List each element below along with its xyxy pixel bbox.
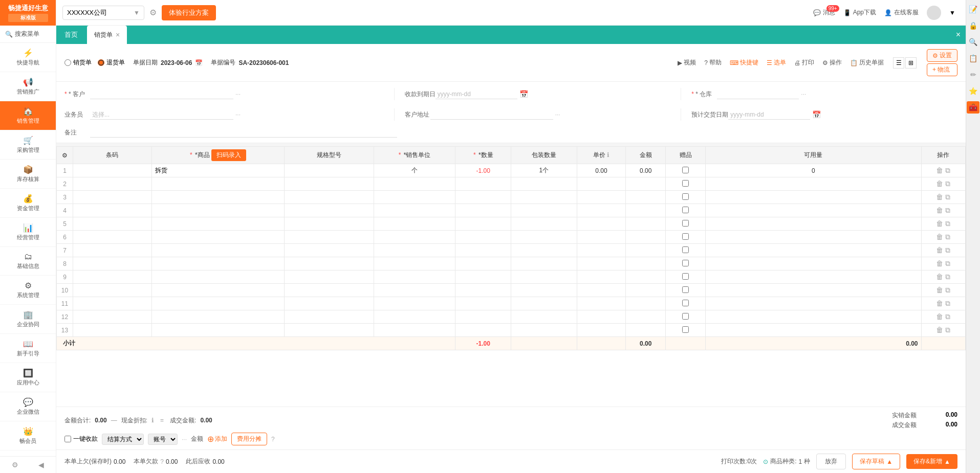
delete-row-icon[interactable]: 🗑 <box>936 299 943 308</box>
view-list-btn[interactable]: ☰ <box>893 57 904 69</box>
product-input[interactable] <box>155 274 196 281</box>
trial-button[interactable]: 体验行业方案 <box>162 5 216 20</box>
cell-price[interactable] <box>577 257 626 271</box>
cell-gift[interactable] <box>666 297 706 310</box>
cell-product[interactable] <box>151 284 284 297</box>
cell-unit[interactable] <box>374 271 455 284</box>
copy-row-icon[interactable]: ⧉ <box>945 233 950 241</box>
discount-info-icon[interactable]: ℹ <box>151 417 154 424</box>
gift-checkbox[interactable] <box>682 300 689 306</box>
tab-bar-close-icon[interactable]: × <box>956 30 961 39</box>
spec-input[interactable] <box>311 181 347 188</box>
shortcut-tool[interactable]: ⌨ 快捷键 <box>728 57 760 68</box>
spec-input[interactable] <box>311 194 347 201</box>
cell-amount[interactable]: 0.00 <box>626 164 666 177</box>
gift-checkbox[interactable] <box>682 260 689 266</box>
tab-sales-order[interactable]: 销货单 × <box>87 26 127 44</box>
cell-pack-qty[interactable] <box>511 324 577 337</box>
cell-pack-qty[interactable] <box>511 271 577 284</box>
cell-qty[interactable] <box>455 177 511 191</box>
cell-qty[interactable] <box>455 191 511 204</box>
cell-gift[interactable] <box>666 257 706 271</box>
delete-row-icon[interactable]: 🗑 <box>936 246 943 255</box>
cell-product[interactable] <box>151 244 284 257</box>
sidebar-item-quick-nav[interactable]: ⚡ 快捷导航 <box>0 43 56 72</box>
avatar[interactable] <box>927 6 941 20</box>
copy-row-icon[interactable]: ⧉ <box>945 219 950 228</box>
product-input[interactable] <box>155 300 196 307</box>
spec-input[interactable] <box>311 167 347 174</box>
cell-unit[interactable] <box>374 257 455 271</box>
cell-gift[interactable] <box>666 284 706 297</box>
cell-product[interactable] <box>151 271 284 284</box>
cell-qty[interactable] <box>455 271 511 284</box>
arrow-left-icon[interactable]: ◀ <box>38 461 44 469</box>
save-draft-button[interactable]: 保存草稿 ▲ <box>852 454 900 469</box>
action-tool[interactable]: ⚙ 操作 <box>820 57 844 68</box>
cell-amount[interactable] <box>626 217 666 231</box>
cell-unit[interactable] <box>374 297 455 310</box>
cell-qty[interactable] <box>455 231 511 244</box>
cell-unit[interactable] <box>374 310 455 324</box>
barcode-input[interactable] <box>97 313 127 321</box>
cell-pack-qty[interactable]: 1个 <box>511 164 577 177</box>
price-info-icon[interactable]: ℹ <box>607 151 609 159</box>
radio-sale-input[interactable] <box>64 59 71 66</box>
rp-icon-5[interactable]: ⭐ <box>967 85 979 97</box>
barcode-input[interactable] <box>97 167 127 174</box>
cell-unit[interactable] <box>374 204 455 217</box>
cell-qty[interactable] <box>455 324 511 337</box>
cell-pack-qty[interactable] <box>511 217 577 231</box>
settlement-select[interactable]: 结算方式 <box>102 434 144 445</box>
gift-checkbox[interactable] <box>682 286 689 293</box>
cell-pack-qty[interactable] <box>511 310 577 324</box>
sidebar-item-inventory[interactable]: 📦 库存核算 <box>0 160 56 189</box>
barcode-input[interactable] <box>97 220 127 228</box>
cell-pack-qty[interactable] <box>511 244 577 257</box>
cell-gift[interactable] <box>666 164 706 177</box>
sidebar-search[interactable]: 🔍 搜索菜单 <box>0 26 56 43</box>
copy-row-icon[interactable]: ⧉ <box>945 273 950 281</box>
salesperson-dots-icon[interactable]: ··· <box>235 111 241 118</box>
cell-price[interactable] <box>577 231 626 244</box>
cell-spec[interactable] <box>285 244 374 257</box>
gift-checkbox[interactable] <box>682 167 689 173</box>
cell-price[interactable] <box>577 297 626 310</box>
cell-product[interactable] <box>151 297 284 310</box>
spec-input[interactable] <box>311 327 347 334</box>
radio-return-input[interactable] <box>98 59 104 66</box>
cell-product[interactable] <box>151 310 284 324</box>
app-download-button[interactable]: 📱 App下载 <box>843 8 876 17</box>
customer-dots-icon[interactable]: ··· <box>235 91 241 98</box>
copy-row-icon[interactable]: ⧉ <box>945 179 950 188</box>
expense-split-button[interactable]: 费用分摊 <box>231 433 267 445</box>
copy-row-icon[interactable]: ⧉ <box>945 326 950 334</box>
spec-input[interactable] <box>311 287 347 294</box>
spec-input[interactable] <box>311 260 347 267</box>
product-input[interactable] <box>155 313 196 321</box>
cell-spec[interactable] <box>285 164 374 177</box>
sidebar-item-guide[interactable]: 📖 新手引导 <box>0 334 56 363</box>
product-input[interactable] <box>155 260 196 267</box>
cell-pack-qty[interactable] <box>511 177 577 191</box>
barcode-input[interactable] <box>97 207 127 214</box>
delete-row-icon[interactable]: 🗑 <box>936 179 943 188</box>
cell-amount[interactable] <box>626 244 666 257</box>
gift-checkbox[interactable] <box>682 220 689 227</box>
choose-tool[interactable]: ☰ 选单 <box>765 57 788 68</box>
expected-date-calendar-icon[interactable]: 📅 <box>812 110 821 119</box>
save-new-button[interactable]: 保存&新增 ▲ <box>906 454 957 469</box>
due-date-calendar-icon[interactable]: 📅 <box>519 90 528 98</box>
gift-checkbox[interactable] <box>682 246 689 253</box>
cell-qty[interactable] <box>455 297 511 310</box>
cell-unit[interactable] <box>374 284 455 297</box>
cell-spec[interactable] <box>285 324 374 337</box>
due-date-input[interactable] <box>435 89 517 99</box>
cell-pack-qty[interactable] <box>511 204 577 217</box>
barcode-input[interactable] <box>97 234 127 241</box>
cell-barcode[interactable] <box>73 244 152 257</box>
th-gear[interactable]: ⚙ <box>57 147 73 164</box>
cell-price[interactable] <box>577 177 626 191</box>
sidebar-item-base[interactable]: 🗂 基础信息 <box>0 247 56 276</box>
cell-gift[interactable] <box>666 310 706 324</box>
